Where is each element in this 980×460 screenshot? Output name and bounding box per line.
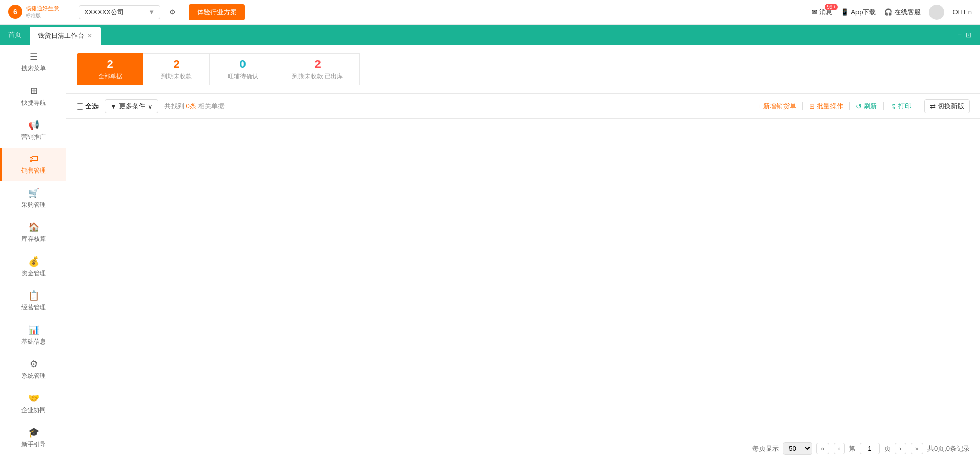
- sidebar-item-operations[interactable]: 📋 经营管理: [0, 284, 66, 318]
- divider: [802, 102, 803, 110]
- top-header: 6 畅捷通好生意 标准版 XXXXXX公司 ▼ ⚙ 体验行业方案 ✉ 消息 99…: [0, 0, 980, 25]
- tab-home-label: 首页: [8, 30, 21, 39]
- select-all-label: 全选: [85, 102, 99, 111]
- settings-icon[interactable]: ⚙: [164, 4, 181, 20]
- sidebar-item-label: 新手引导: [21, 440, 46, 449]
- batch-icon: ⊞: [809, 103, 815, 110]
- tab-close-icon[interactable]: ✕: [87, 32, 92, 39]
- switch-label: 切换新版: [938, 102, 964, 111]
- stat-label-shipped: 到期未收款 已出库: [292, 72, 343, 81]
- sidebar-item-label: 营销推广: [21, 133, 46, 141]
- company-select[interactable]: XXXXXX公司 ▼: [79, 5, 160, 19]
- tab-home[interactable]: 首页: [0, 25, 30, 45]
- switch-version-button[interactable]: ⇄ 切换新版: [924, 99, 970, 113]
- batch-operation-button[interactable]: ⊞ 批量操作: [809, 102, 843, 111]
- logo-sub: 标准版: [26, 12, 59, 19]
- header-right: ✉ 消息 99+ 📱 App下载 🎧 在线客服 OfTEn: [812, 5, 972, 20]
- filter-arrow-icon: ∨: [148, 103, 153, 110]
- prev-page-button[interactable]: ‹: [834, 443, 845, 454]
- filter-label: 更多条件: [119, 102, 145, 111]
- stat-num-shipped: 2: [315, 58, 321, 71]
- per-page-select[interactable]: 50 20 100: [783, 442, 812, 455]
- select-all-checkbox[interactable]: 全选: [77, 102, 99, 111]
- tab-workbench[interactable]: 钱货日清工作台 ✕: [30, 27, 101, 45]
- page-total: 共0页,0条记录: [927, 444, 970, 453]
- avatar[interactable]: [929, 5, 944, 20]
- tab-expand-area: − ⊡: [949, 29, 980, 41]
- divider3: [883, 102, 884, 110]
- sidebar: ☰ 搜索菜单 ⊞ 快捷导航 📢 营销推广 🏷 销售管理 🛒 采购管理 🏠 库存核…: [0, 45, 66, 460]
- stat-label-pending: 旺辅待确认: [228, 72, 258, 81]
- sidebar-item-label: 搜索菜单: [21, 64, 46, 73]
- new-sale-order-button[interactable]: + 新增销货单: [757, 102, 796, 111]
- purchase-icon: 🛒: [28, 187, 39, 199]
- company-name: XXXXXX公司: [84, 8, 144, 17]
- page-number-input[interactable]: [860, 443, 880, 454]
- count-prefix: 共找到: [164, 102, 184, 110]
- switch-icon: ⇄: [930, 103, 936, 110]
- next-page-button[interactable]: ›: [895, 443, 906, 454]
- sidebar-item-purchase[interactable]: 🛒 采购管理: [0, 181, 66, 215]
- workbench-header: 2 全部单据 2 到期未收款 0 旺辅待确认 2 到期未收款 已出库: [66, 45, 980, 94]
- last-page-button[interactable]: »: [911, 443, 923, 454]
- sidebar-item-finance[interactable]: 💰 资金管理: [0, 250, 66, 284]
- sidebar-item-inventory[interactable]: 🏠 库存核算: [0, 215, 66, 250]
- search-menu-icon: ☰: [30, 51, 38, 62]
- sidebar-item-nav[interactable]: ⊞ 快捷导航: [0, 79, 66, 113]
- refresh-button[interactable]: ↺ 刷新: [856, 102, 877, 111]
- app-download-button[interactable]: 📱 App下载: [841, 8, 876, 17]
- count-num: 0条: [186, 102, 197, 110]
- stat-tab-shipped[interactable]: 2 到期未收款 已出库: [276, 53, 360, 85]
- stat-tab-pending[interactable]: 0 旺辅待确认: [209, 53, 276, 85]
- toolbar: 全选 ▼ 更多条件 ∨ 共找到 0条 相关单据 + 新增销货单 ⊞ 批量操作: [66, 94, 980, 119]
- filter-button[interactable]: ▼ 更多条件 ∨: [105, 99, 158, 113]
- refresh-label: 刷新: [864, 102, 877, 111]
- user-name[interactable]: OfTEn: [952, 8, 972, 16]
- page-label: 第: [849, 444, 855, 453]
- toolbar-right: + 新增销货单 ⊞ 批量操作 ↺ 刷新 🖨 打印 ⇄: [757, 99, 970, 113]
- logo-icon: 6: [8, 5, 22, 19]
- service-label: 在线客服: [894, 8, 921, 17]
- sidebar-item-sales[interactable]: 🏷 销售管理: [0, 148, 66, 181]
- enterprise-icon: 🤝: [28, 393, 39, 404]
- sidebar-item-marketing[interactable]: 📢 营销推广: [0, 113, 66, 148]
- tab-maximize-button[interactable]: ⊡: [964, 29, 974, 41]
- sidebar-item-label: 资金管理: [21, 269, 46, 278]
- refresh-icon: ↺: [856, 103, 862, 110]
- stat-num-pending: 0: [239, 58, 246, 71]
- sidebar-item-label: 系统管理: [21, 372, 46, 380]
- content-area: 2 全部单据 2 到期未收款 0 旺辅待确认 2 到期未收款 已出库: [66, 45, 980, 460]
- message-button[interactable]: ✉ 消息 99+: [812, 8, 832, 17]
- sidebar-item-label: 企业协同: [21, 406, 46, 415]
- chevron-down-icon: ▼: [148, 8, 155, 16]
- sales-icon: 🏷: [29, 154, 38, 164]
- sidebar-item-label: 快捷导航: [21, 99, 46, 107]
- tab-minimize-button[interactable]: −: [955, 29, 964, 41]
- logo-area: 6 畅捷通好生意 标准版: [8, 5, 75, 19]
- stat-tab-overdue[interactable]: 2 到期未收款: [143, 53, 209, 85]
- sidebar-item-label: 销售管理: [21, 166, 46, 175]
- sidebar-item-enterprise[interactable]: 🤝 企业协同: [0, 386, 66, 421]
- batch-label: 批量操作: [817, 102, 843, 111]
- stat-num-overdue: 2: [173, 58, 179, 71]
- print-button[interactable]: 🖨 打印: [890, 102, 912, 111]
- print-icon: 🖨: [890, 103, 896, 110]
- sidebar-item-guide[interactable]: 🎓 新手引导: [0, 421, 66, 455]
- basic-info-icon: 📊: [28, 324, 39, 335]
- select-all-input[interactable]: [77, 103, 83, 110]
- sidebar-item-system[interactable]: ⚙ 系统管理: [0, 352, 66, 386]
- sidebar-item-basic-info[interactable]: 📊 基础信息: [0, 318, 66, 352]
- trial-button[interactable]: 体验行业方案: [189, 4, 245, 20]
- stat-tab-all[interactable]: 2 全部单据: [77, 53, 143, 85]
- sidebar-item-label: 库存核算: [21, 235, 46, 244]
- nav-icon: ⊞: [30, 85, 38, 96]
- page-suffix: 页: [884, 444, 891, 453]
- guide-icon: 🎓: [28, 427, 39, 438]
- online-service-button[interactable]: 🎧 在线客服: [884, 8, 921, 17]
- divider4: [918, 102, 918, 110]
- first-page-button[interactable]: «: [816, 443, 829, 454]
- message-icon: ✉: [812, 8, 817, 16]
- count-text: 共找到 0条 相关单据: [164, 102, 225, 111]
- sidebar-item-apps[interactable]: 📦 应用中心: [0, 455, 66, 460]
- sidebar-item-search[interactable]: ☰ 搜索菜单: [0, 45, 66, 79]
